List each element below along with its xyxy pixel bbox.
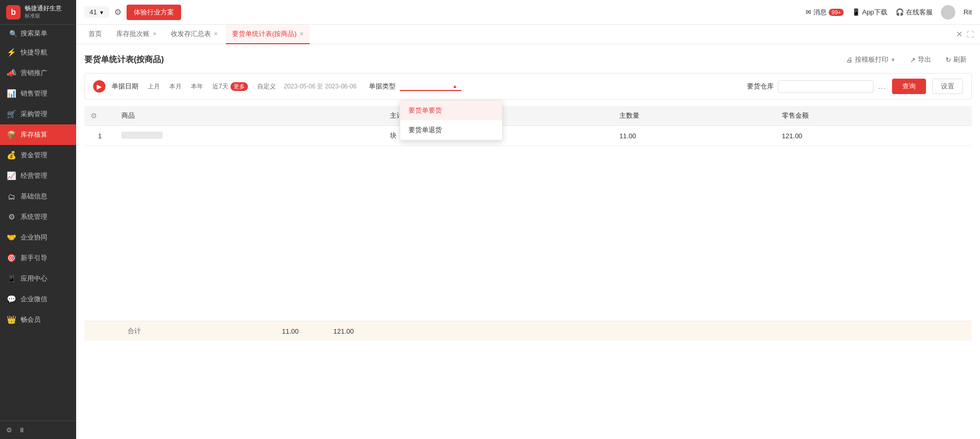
sales-icon: 📊 bbox=[6, 88, 16, 99]
type-filter-input[interactable]: ▲ bbox=[400, 82, 461, 91]
page-container: 要货单统计表(按商品) 🖨 按模板打印 ▼ ↗ 导出 ↻ 刷新 bbox=[76, 44, 980, 439]
store-chevron-icon bbox=[99, 8, 104, 16]
sidebar-item-system[interactable]: ⚙ 系统管理 bbox=[0, 207, 76, 227]
expand-icon: ▶ bbox=[97, 83, 102, 90]
guide-icon: 🎯 bbox=[6, 253, 16, 263]
date-range-display: 2023-05-06 至 2023-06-06 bbox=[284, 82, 357, 91]
date-this-year[interactable]: 本年 bbox=[188, 81, 206, 92]
refresh-label: 刷新 bbox=[953, 55, 967, 64]
refresh-button[interactable]: ↻ 刷新 bbox=[940, 52, 972, 67]
sidebar-item-finance[interactable]: 💰 资金管理 bbox=[0, 145, 76, 166]
sidebar-item-inventory[interactable]: 📦 库存核算 bbox=[0, 124, 76, 145]
app-logo: b 畅捷通好生意 标准版 bbox=[0, 0, 76, 25]
sidebar-item-label: 基础信息 bbox=[21, 192, 47, 201]
page-header: 要货单统计表(按商品) 🖨 按模板打印 ▼ ↗ 导出 ↻ 刷新 bbox=[84, 52, 972, 67]
print-button[interactable]: 🖨 按模板打印 ▼ bbox=[841, 52, 901, 67]
sidebar-item-marketing[interactable]: 📣 营销推广 bbox=[0, 63, 76, 83]
date-last-7-days[interactable]: 近7天 更多 bbox=[209, 81, 251, 92]
tab-bar: 首页 库存批次账 × 收发存汇总表 × 要货单统计表(按商品) × ✕ ⛶ bbox=[76, 25, 980, 44]
search-icon: 🔍 bbox=[9, 30, 17, 38]
sidebar-item-label: 营销推广 bbox=[21, 68, 47, 78]
settings-footer-icon[interactable]: ⚙ bbox=[6, 426, 12, 434]
sidebar-item-label: 销售管理 bbox=[21, 89, 47, 98]
messages-icon: ✉ bbox=[806, 8, 811, 16]
trial-button[interactable]: 体验行业方案 bbox=[127, 5, 181, 20]
messages-label: 消息 bbox=[813, 8, 827, 17]
date-this-month[interactable]: 本月 bbox=[166, 81, 185, 92]
sidebar-item-weixin[interactable]: 💬 企业微信 bbox=[0, 289, 76, 309]
setup-button[interactable]: 设置 bbox=[932, 79, 963, 94]
sidebar-item-member[interactable]: 👑 畅会员 bbox=[0, 309, 76, 330]
tab-close-icon[interactable]: × bbox=[214, 30, 218, 38]
dropdown-item-requisition-order[interactable]: 要货单要货 bbox=[400, 101, 502, 120]
collapse-icon[interactable]: ⏸ bbox=[19, 426, 25, 434]
close-all-icon[interactable]: ✕ bbox=[956, 29, 963, 39]
tab-requisition-stats[interactable]: 要货单统计表(按商品) × bbox=[226, 25, 310, 44]
data-table: ⚙ 商品 主计量单位 主数量 零售金额 bbox=[84, 106, 972, 146]
content-area: 要货单统计表(按商品) 🖨 按模板打印 ▼ ↗ 导出 ↻ 刷新 bbox=[76, 44, 980, 439]
sidebar-item-sales[interactable]: 📊 销售管理 bbox=[0, 83, 76, 104]
sidebar-item-enterprise[interactable]: 🤝 企业协同 bbox=[0, 227, 76, 248]
messages-item[interactable]: ✉ 消息 99+ bbox=[806, 8, 844, 17]
sidebar-item-label: 资金管理 bbox=[21, 151, 47, 160]
sidebar-item-label: 畅会员 bbox=[21, 315, 41, 324]
sidebar-item-label: 应用中心 bbox=[21, 274, 47, 283]
date-filter-label: 单据日期 bbox=[112, 82, 138, 91]
system-icon: ⚙ bbox=[6, 212, 16, 222]
export-button[interactable]: ↗ 导出 bbox=[905, 52, 936, 67]
store-selector[interactable]: 41 bbox=[84, 6, 109, 18]
page-actions: 🖨 按模板打印 ▼ ↗ 导出 ↻ 刷新 bbox=[841, 52, 972, 67]
finance-icon: 💰 bbox=[6, 150, 16, 160]
header-settings-icon[interactable]: ⚙ bbox=[114, 7, 121, 17]
sidebar-item-appstore[interactable]: 📱 应用中心 bbox=[0, 268, 76, 289]
date-last-month[interactable]: 上月 bbox=[145, 81, 163, 92]
sidebar-item-quick-nav[interactable]: ⚡ 快捷导航 bbox=[0, 42, 76, 63]
header-right: ✉ 消息 99+ 📱 App下载 🎧 在线客服 Rit bbox=[806, 5, 972, 20]
dropdown-item-requisition-return[interactable]: 要货单退货 bbox=[400, 120, 502, 140]
sidebar-item-label: 新手引导 bbox=[21, 253, 47, 263]
tab-close-icon[interactable]: × bbox=[153, 30, 156, 38]
filter-more-icon[interactable]: … bbox=[878, 82, 886, 91]
expand-tabs-icon[interactable]: ⛶ bbox=[967, 30, 974, 39]
online-service-label: 在线客服 bbox=[906, 8, 933, 17]
header-left: 41 ⚙ 体验行业方案 bbox=[84, 5, 806, 20]
tab-receivable-summary[interactable]: 收发存汇总表 × bbox=[165, 25, 224, 44]
online-service-item[interactable]: 🎧 在线客服 bbox=[896, 8, 933, 17]
type-dropdown-menu: 要货单要货 要货单退货 bbox=[400, 100, 503, 140]
expand-filter-button[interactable]: ▶ bbox=[93, 80, 105, 93]
appstore-icon: 📱 bbox=[6, 273, 16, 284]
table-header-row: ⚙ 商品 主计量单位 主数量 零售金额 bbox=[84, 106, 972, 126]
col-product: 商品 bbox=[115, 106, 384, 126]
tab-close-icon[interactable]: × bbox=[300, 30, 304, 38]
search-menu[interactable]: 🔍 搜索菜单 bbox=[0, 25, 76, 42]
main-area: 41 ⚙ 体验行业方案 ✉ 消息 99+ 📱 App下载 🎧 在线客服 Rit bbox=[76, 0, 980, 439]
row-num-cell: 1 bbox=[84, 126, 115, 146]
weixin-icon: 💬 bbox=[6, 294, 16, 304]
query-button[interactable]: 查询 bbox=[892, 79, 926, 94]
enterprise-icon: 🤝 bbox=[6, 232, 16, 243]
sidebar-item-operations[interactable]: 📈 经营管理 bbox=[0, 166, 76, 186]
sidebar-item-label: 经营管理 bbox=[21, 171, 47, 180]
app-sub: 标准版 bbox=[25, 12, 62, 20]
sidebar-item-base[interactable]: 🗂 基础信息 bbox=[0, 186, 76, 207]
search-menu-label: 搜索菜单 bbox=[21, 29, 47, 38]
sidebar-item-guide[interactable]: 🎯 新手引导 bbox=[0, 248, 76, 268]
table-settings-icon[interactable]: ⚙ bbox=[91, 112, 97, 120]
tab-home[interactable]: 首页 bbox=[82, 25, 108, 44]
purchase-icon: 🛒 bbox=[6, 109, 16, 119]
user-avatar[interactable] bbox=[941, 5, 955, 20]
date-custom[interactable]: 自定义 bbox=[254, 81, 279, 92]
app-download-label: App下载 bbox=[862, 8, 887, 17]
tab-label: 库存批次账 bbox=[116, 29, 150, 39]
print-icon: 🖨 bbox=[846, 56, 853, 64]
type-filter-section: 单据类型 ▲ 要货单要货 要货单退货 bbox=[369, 82, 461, 91]
page-title: 要货单统计表(按商品) bbox=[84, 54, 164, 65]
col-row-num: ⚙ bbox=[84, 106, 115, 126]
sidebar-item-label: 快捷导航 bbox=[21, 48, 47, 57]
sidebar-item-purchase[interactable]: 🛒 采购管理 bbox=[0, 104, 76, 124]
dropdown-item-label: 要货单退货 bbox=[408, 126, 442, 134]
warehouse-filter-input[interactable] bbox=[778, 80, 874, 93]
tab-inventory-batch[interactable]: 库存批次账 × bbox=[110, 25, 163, 44]
sidebar-item-label: 系统管理 bbox=[21, 212, 47, 222]
app-download-item[interactable]: 📱 App下载 bbox=[852, 8, 887, 17]
